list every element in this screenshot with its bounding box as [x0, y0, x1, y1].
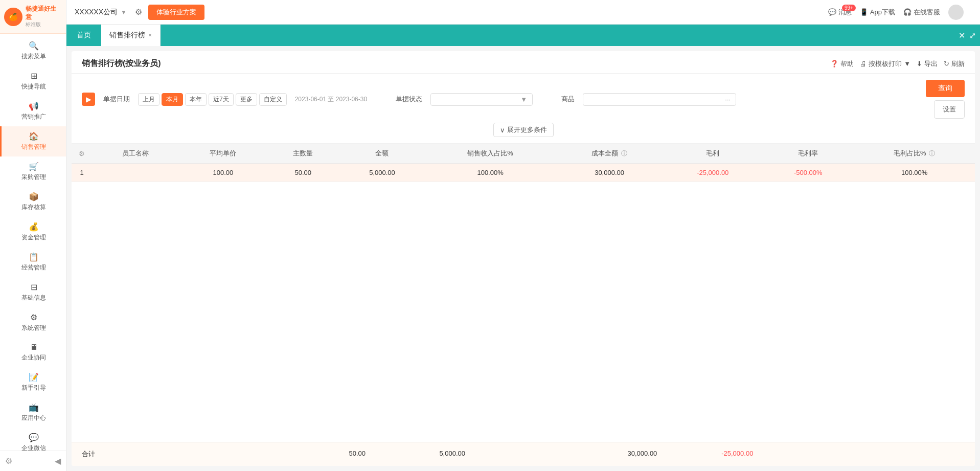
sidebar-item-sales[interactable]: 🏠 销售管理	[0, 126, 66, 156]
sidebar-item-label: 搜索菜单	[21, 52, 46, 61]
avatar	[948, 5, 964, 20]
company-selector[interactable]: XXXXXX公司 ▼	[75, 8, 127, 17]
help-btn[interactable]: ❓ 帮助	[830, 59, 854, 69]
footer-profit: -25,000.00	[690, 447, 785, 461]
content: 销售排行榜(按业务员) ❓ 帮助 🖨 按模板打印 ▼ ⬇ 导出	[66, 46, 980, 471]
refresh-icon: ↻	[944, 60, 949, 68]
tab-sales-ranking[interactable]: 销售排行榜 ×	[101, 25, 161, 46]
info-icon[interactable]: ⓘ	[621, 150, 627, 157]
info-icon-2[interactable]: ⓘ	[929, 150, 935, 157]
trial-btn[interactable]: 体验行业方案	[148, 5, 204, 20]
sidebar-item-inventory[interactable]: 📦 库存核算	[0, 187, 66, 217]
col-sales-pct: 销售收入占比%	[425, 144, 555, 164]
topbar-msg[interactable]: 💬 消息 99+	[828, 8, 852, 17]
wechat-icon: 💬	[29, 433, 39, 442]
filter-curr-month-btn[interactable]: 本月	[162, 93, 183, 106]
filter-row-1: ▶ 单据日期 上月 本月 本年 近7天 更多 自定义 2023-06-01 至 …	[82, 80, 965, 119]
filter-status-label: 单据状态	[396, 95, 422, 104]
sidebar-item-purchase[interactable]: 🛒 采购管理	[0, 156, 66, 187]
topbar-service[interactable]: 🎧 在线客服	[903, 8, 940, 17]
purchase-icon: 🛒	[29, 162, 39, 171]
tabbar-actions: ✕ ⤢	[954, 25, 980, 46]
settings-btn[interactable]: 设置	[934, 100, 965, 119]
topbar-app[interactable]: 📱 App下载	[860, 8, 895, 17]
tab-home[interactable]: 首页	[66, 25, 101, 46]
inventory-icon: 📦	[29, 192, 39, 201]
sidebar-settings-icon[interactable]: ⚙	[5, 456, 12, 466]
col-amount: 全额	[339, 144, 425, 164]
filter-more-btn[interactable]: 更多	[236, 93, 257, 106]
filter-status-select[interactable]: ▼	[430, 93, 533, 106]
filter-year-btn[interactable]: 本年	[185, 93, 207, 106]
cell-name	[92, 164, 179, 182]
refresh-btn[interactable]: ↻ 刷新	[944, 59, 965, 69]
sidebar-item-finance[interactable]: 💰 资金管理	[0, 217, 66, 247]
tab-close-icon[interactable]: ×	[148, 32, 152, 39]
filter-expand-icon[interactable]: ▶	[82, 93, 95, 106]
sidebar-item-label: 快捷导航	[21, 82, 46, 91]
table-row: 1 100.00 50.00 5,000.00 100.00% 30,000.0…	[72, 164, 975, 182]
filter-date-label: 单据日期	[103, 95, 130, 104]
filter-7days-btn[interactable]: 近7天	[209, 93, 234, 106]
sidebar-item-collab[interactable]: 🖥 企业协同	[0, 338, 66, 367]
topbar: XXXXXX公司 ▼ ⚙ 体验行业方案 💬 消息 99+ 📱 App下载 🎧 在…	[66, 0, 980, 25]
footer-cost-amount: 30,000.00	[595, 447, 690, 461]
footer-cells: 合计 50.00 5,000.00 30,000.00 -25,000.00	[72, 447, 975, 461]
cell-profit-pct: 100.00%	[854, 164, 975, 182]
sidebar-item-label: 基础信息	[21, 294, 46, 302]
footer-qty: 50.00	[310, 447, 405, 461]
query-btn[interactable]: 查询	[926, 80, 965, 97]
sidebar-item-operations[interactable]: 📋 经营管理	[0, 247, 66, 277]
sidebar-item-label: 销售管理	[21, 143, 46, 151]
sidebar-item-search[interactable]: 🔍 搜索菜单	[0, 36, 66, 66]
logo-icon: 🍊	[4, 8, 22, 26]
sidebar-item-marketing[interactable]: 📢 营销推广	[0, 96, 66, 126]
filter-area: ▶ 单据日期 上月 本月 本年 近7天 更多 自定义 2023-06-01 至 …	[72, 74, 975, 144]
cell-avg-price: 100.00	[179, 164, 267, 182]
cell-profit: -25,000.00	[663, 164, 762, 182]
filter-prev-month-btn[interactable]: 上月	[138, 93, 159, 106]
sidebar-item-apps[interactable]: 📺 应用中心	[0, 397, 66, 428]
sidebar-item-guide[interactable]: 📝 新手引导	[0, 367, 66, 397]
sidebar-item-label: 库存核算	[21, 203, 46, 212]
filter-goods-input[interactable]: ···	[583, 93, 736, 106]
filter-date-range: 2023-06-01 至 2023-06-30	[295, 95, 367, 104]
sidebar-item-basic[interactable]: ⊟ 基础信息	[0, 277, 66, 307]
sidebar-nav: 🔍 搜索菜单 ⊞ 快捷导航 📢 营销推广 🏠 销售管理 🛒 采购管理 📦 库存核…	[0, 34, 66, 451]
tabbar-expand-btn[interactable]: ⤢	[969, 31, 976, 40]
print-arrow-icon: ▼	[904, 60, 910, 68]
company-arrow-icon: ▼	[121, 9, 127, 16]
sidebar-item-wechat[interactable]: 💬 企业微信	[0, 428, 66, 451]
print-btn[interactable]: 🖨 按模板打印 ▼	[860, 59, 910, 69]
sidebar-logo: 🍊 畅捷通好生意 标准版	[0, 0, 66, 34]
col-profit-pct: 毛利占比% ⓘ	[854, 144, 975, 164]
search-icon: 🔍	[29, 41, 39, 51]
filter-date-btns: 上月 本月 本年 近7天 更多 自定义	[138, 93, 287, 106]
service-label: 在线客服	[914, 8, 940, 17]
footer-sales-pct	[500, 447, 595, 461]
apps-icon: 📺	[29, 402, 39, 412]
filter-goods-label: 商品	[561, 95, 575, 104]
expand-more-btn[interactable]: ∨ 展开更多条件	[493, 123, 554, 137]
footer-avg-price	[215, 447, 310, 461]
sidebar-item-label: 应用中心	[21, 414, 46, 422]
gear-icon[interactable]: ⚙	[79, 150, 85, 158]
sidebar-item-system[interactable]: ⚙ 系统管理	[0, 307, 66, 338]
help-icon: ❓	[830, 60, 838, 68]
filter-goods-more-icon[interactable]: ···	[725, 96, 731, 103]
shortcut-icon: ⊞	[31, 71, 37, 81]
msg-icon: 💬	[828, 8, 836, 16]
sidebar-bottom: ⚙ ◀	[0, 451, 66, 471]
col-gear: ⚙	[72, 144, 92, 164]
table-wrapper: ⚙ 员工名称 平均单价 主数量 全额 销售收入占比% 成本全额 ⓘ 毛利	[72, 144, 975, 442]
sidebar-collapse-icon[interactable]: ◀	[55, 456, 61, 466]
marketing-icon: 📢	[29, 101, 39, 111]
filter-custom-btn[interactable]: 自定义	[259, 93, 287, 106]
cell-sales-pct: 100.00%	[425, 164, 555, 182]
sidebar-item-label: 企业微信	[21, 444, 46, 451]
tabbar-close-btn[interactable]: ✕	[959, 31, 965, 40]
sidebar-item-shortcut[interactable]: ⊞ 快捷导航	[0, 66, 66, 96]
content-inner: 销售排行榜(按业务员) ❓ 帮助 🖨 按模板打印 ▼ ⬇ 导出	[72, 51, 975, 466]
topbar-gear-icon[interactable]: ⚙	[135, 7, 142, 17]
export-btn[interactable]: ⬇ 导出	[917, 59, 938, 69]
